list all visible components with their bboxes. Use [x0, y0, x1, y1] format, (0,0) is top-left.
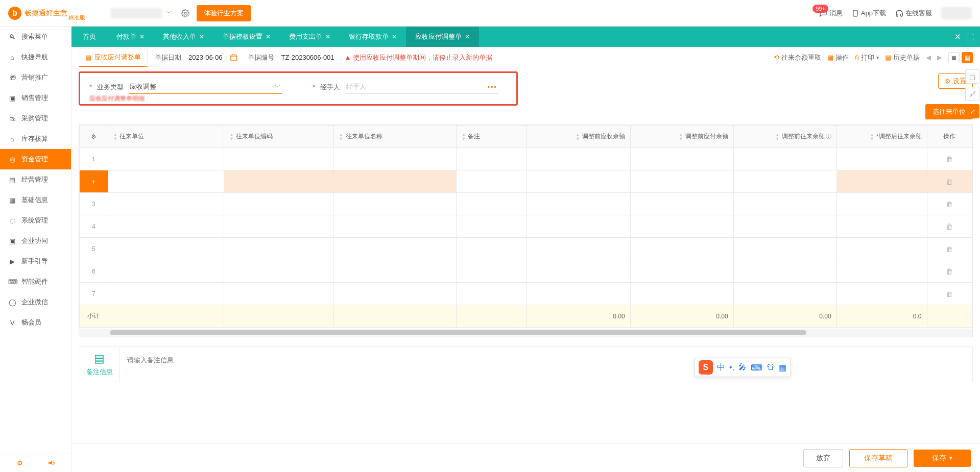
- col-unit[interactable]: ▲▼往来单位: [108, 126, 224, 148]
- sidebar-item-sales[interactable]: ▣销售管理: [0, 88, 71, 108]
- col-remark[interactable]: ▲▼备注: [456, 126, 527, 148]
- delete-icon[interactable]: 🗑︎: [946, 222, 953, 231]
- prev-icon[interactable]: ◀: [926, 54, 931, 61]
- next-icon[interactable]: ▶: [937, 54, 942, 61]
- gear-icon[interactable]: [181, 9, 189, 17]
- sidebar-item-hardware[interactable]: ⌨智能硬件: [0, 271, 71, 292]
- add-row[interactable]: +: [80, 170, 108, 193]
- ime-keyboard-icon[interactable]: ⌨: [751, 363, 762, 372]
- ime-toolbar[interactable]: S 中 •, 🎤︎ ⌨ 👕︎ ▦: [694, 358, 791, 377]
- handler-input[interactable]: 经手人 •••: [345, 80, 498, 94]
- sidebar-item-marketing[interactable]: 🎁︎营销推广: [0, 67, 71, 88]
- scrollbar-thumb[interactable]: [110, 330, 806, 335]
- table-row[interactable]: 4🗑︎: [80, 215, 972, 238]
- rail-attach-icon[interactable]: 🔗︎: [965, 87, 979, 101]
- help-icon[interactable]: ⓘ: [826, 133, 831, 140]
- sort-icon[interactable]: ▲▼: [113, 133, 118, 141]
- col-unit-name[interactable]: ▲▼往来单位名称: [333, 126, 456, 148]
- table-row[interactable]: 3🗑︎: [80, 193, 972, 215]
- tab-adjustment[interactable]: 应收应付调整单✕: [406, 27, 479, 47]
- user-avatar[interactable]: [941, 7, 972, 19]
- sort-icon[interactable]: ▲▼: [339, 133, 344, 141]
- experience-button[interactable]: 体验行业方案: [197, 5, 251, 21]
- close-icon[interactable]: ✕: [465, 33, 470, 40]
- doc-type-chip[interactable]: ▤ 应收应付调整单: [79, 48, 148, 67]
- sidebar-item-inventory[interactable]: ⌂库存核算: [0, 129, 71, 149]
- sort-icon[interactable]: ▲▼: [679, 133, 683, 141]
- close-all-icon[interactable]: ✕: [954, 32, 961, 41]
- tab-bank[interactable]: 银行存取款单✕: [340, 27, 406, 47]
- fullscreen-icon[interactable]: ⛶: [966, 33, 974, 41]
- sort-icon[interactable]: ▲▼: [229, 133, 234, 141]
- app-download-link[interactable]: App下载: [852, 9, 886, 18]
- rail-expand-icon[interactable]: ⤢: [965, 104, 979, 118]
- sort-icon[interactable]: ▲▼: [462, 133, 466, 141]
- sidebar-item-wechat[interactable]: ◯企业微信: [0, 292, 71, 312]
- rail-note-icon[interactable]: ▢: [965, 69, 979, 84]
- messages-link[interactable]: 消息 99+: [819, 9, 843, 18]
- regrab-balance-link[interactable]: ⟲往来余额重取: [774, 53, 821, 62]
- sidebar-item-search[interactable]: 🔍︎搜索菜单: [0, 27, 71, 47]
- sidebar-item-vip[interactable]: V畅会员: [0, 312, 71, 333]
- tab-template[interactable]: 单据模板设置✕: [213, 27, 280, 47]
- operate-link[interactable]: ▦操作: [827, 53, 849, 62]
- add-icon[interactable]: +: [88, 176, 99, 187]
- table-row[interactable]: 7🗑︎: [80, 283, 972, 305]
- h-scrollbar[interactable]: [79, 329, 972, 337]
- col-after-bal[interactable]: ▲▼*调整后往来余额: [836, 126, 927, 148]
- tab-other-income[interactable]: 其他收入单✕: [154, 27, 213, 47]
- sidebar-item-base[interactable]: ▦基础信息: [0, 190, 71, 210]
- table-row[interactable]: 5🗑︎: [80, 238, 972, 260]
- sidebar-item-coop[interactable]: ▣企业协同: [0, 231, 71, 251]
- online-service-link[interactable]: 在线客服: [895, 9, 932, 18]
- delete-icon[interactable]: 🗑︎: [946, 200, 953, 208]
- close-icon[interactable]: ✕: [392, 33, 397, 40]
- sidebar-item-system[interactable]: ◌系统管理: [0, 210, 71, 231]
- delete-icon[interactable]: 🗑︎: [946, 267, 953, 276]
- sidebar-item-quicknav[interactable]: ⌂快捷导航: [0, 47, 71, 67]
- print-link[interactable]: ⎙打印▾: [855, 53, 879, 62]
- sort-icon[interactable]: ▲▼: [870, 133, 874, 141]
- sidebar-item-funds[interactable]: ◎资金管理: [0, 149, 71, 169]
- delete-icon[interactable]: 🗑︎: [946, 245, 953, 253]
- table-row-selected[interactable]: +🗑︎: [80, 170, 972, 193]
- close-icon[interactable]: ✕: [139, 33, 145, 40]
- ime-tool-icon[interactable]: ▦: [779, 363, 786, 372]
- calendar-icon[interactable]: [230, 54, 237, 61]
- view-list-icon[interactable]: ≣: [948, 52, 960, 63]
- save-button[interactable]: 保存▾: [914, 450, 971, 467]
- table-row[interactable]: 6🗑︎: [80, 260, 972, 283]
- sort-icon[interactable]: ▲▼: [576, 133, 580, 141]
- view-grid-icon[interactable]: ▦: [962, 52, 973, 63]
- ime-mic-icon[interactable]: 🎤︎: [738, 363, 747, 372]
- col-before-pay[interactable]: ▲▼调整前应付余额: [630, 126, 733, 148]
- sidebar-item-purchase[interactable]: 🛍︎采购管理: [0, 108, 71, 129]
- close-icon[interactable]: ✕: [199, 33, 204, 40]
- biz-type-dropdown[interactable]: 应收调整 ﹀: [129, 80, 282, 94]
- ime-punct-icon[interactable]: •,: [729, 363, 734, 372]
- delete-icon[interactable]: 🗑︎: [946, 155, 953, 163]
- delete-icon[interactable]: 🗑︎: [946, 178, 953, 186]
- ime-skin-icon[interactable]: 👕︎: [767, 363, 775, 372]
- collapse-icon[interactable]: ⚙: [17, 459, 23, 467]
- sort-icon[interactable]: ▲▼: [775, 133, 780, 141]
- doc-date-value[interactable]: 2023-06-06: [188, 54, 223, 61]
- sidebar-item-business[interactable]: ▤经营管理: [0, 169, 71, 190]
- close-icon[interactable]: ✕: [266, 33, 271, 40]
- abandon-button[interactable]: 放弃: [803, 449, 843, 467]
- col-unit-code[interactable]: ▲▼往来单位编码: [224, 126, 333, 148]
- col-settings[interactable]: ⚙: [80, 126, 108, 148]
- org-selector[interactable]: ﹀: [111, 8, 172, 18]
- delete-icon[interactable]: 🗑︎: [946, 290, 953, 298]
- table-row[interactable]: 1🗑︎: [80, 148, 972, 170]
- more-icon[interactable]: •••: [487, 83, 497, 91]
- sound-icon[interactable]: 📢︎: [48, 459, 55, 467]
- tab-expense[interactable]: 费用支出单✕: [280, 27, 340, 47]
- ime-lang[interactable]: 中: [717, 362, 725, 373]
- history-link[interactable]: ▤历史单据: [885, 53, 920, 62]
- close-icon[interactable]: ✕: [325, 33, 330, 40]
- sidebar-item-guide[interactable]: ▶新手引导: [0, 251, 71, 271]
- tab-payment[interactable]: 付款单✕: [107, 27, 154, 47]
- save-draft-button[interactable]: 保存草稿: [849, 449, 907, 467]
- tab-home[interactable]: 首页: [71, 27, 107, 47]
